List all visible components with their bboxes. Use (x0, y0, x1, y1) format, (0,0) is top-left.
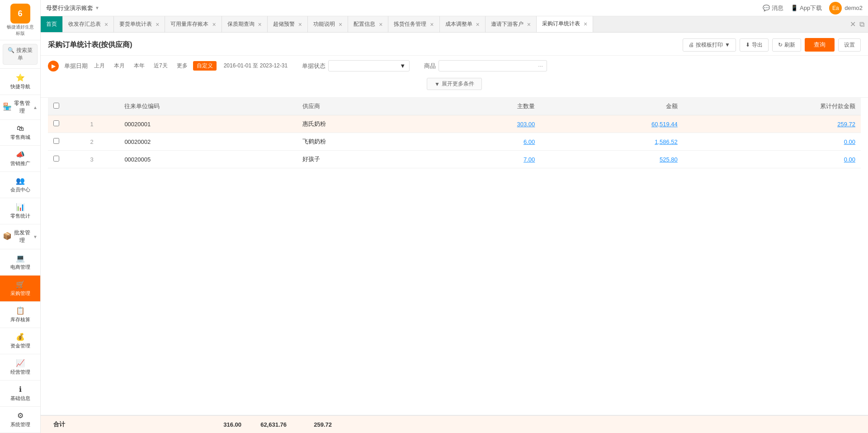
expand-more-label: 展开更多条件 (442, 80, 474, 88)
tab-invite-downstream[interactable]: 邀请下游客户 × (486, 16, 537, 33)
date-shortcut-last-month[interactable]: 上月 (90, 61, 108, 71)
goods-select[interactable]: ··· (439, 60, 547, 71)
col-header-supplier-name[interactable]: 供应商 (297, 98, 429, 115)
sidebar-item-retail-manage[interactable]: 🏪 零售管理 ▲ (0, 95, 40, 120)
sidebar-item-basic-info[interactable]: ℹ 基础信息 (0, 381, 40, 407)
date-shortcut-this-month[interactable]: 本月 (110, 61, 128, 71)
tab-cost-adjust[interactable]: 成本调整单 × (440, 16, 486, 33)
row-supplier-code: 00020005 (119, 151, 297, 168)
row-checkbox[interactable] (53, 156, 59, 162)
sidebar-item-system[interactable]: ⚙ 系统管理 (0, 407, 40, 433)
system-label: 系统管理 (10, 421, 30, 428)
wholesale-icon: 📦 (3, 232, 12, 240)
sidebar-item-purchase[interactable]: 🛒 采购管理 (0, 276, 40, 302)
user-profile[interactable]: Ea demo2 (829, 2, 863, 14)
tab-pick-task[interactable]: 拣货任务管理 × (388, 16, 439, 33)
col-header-amount[interactable]: 金额 (540, 98, 683, 115)
row-checkbox[interactable] (53, 120, 59, 126)
footer-cells: 合计 316.00 62,631.76 259.72 (48, 420, 861, 428)
tab-pick-task-close[interactable]: × (430, 21, 434, 28)
tab-overstock-warning[interactable]: 超储预警 × (268, 16, 308, 33)
export-button[interactable]: ⬇ 导出 (740, 38, 769, 52)
col-header-main-qty[interactable]: 主数量 (429, 98, 541, 115)
sidebar-item-marketing[interactable]: 📣 营销推广 (0, 146, 40, 172)
sidebar-item-ecommerce[interactable]: 💻 电商管理 (0, 249, 40, 276)
sidebar-item-retail-mall[interactable]: 🛍 零售商城 (0, 120, 40, 146)
window-restore-btn[interactable]: ⧉ (859, 20, 864, 29)
search-menu-btn[interactable]: 🔍 搜索菜单 (3, 44, 38, 65)
col-header-checkbox[interactable] (48, 98, 65, 115)
print-button[interactable]: 🖨 按模板打印 ▼ (683, 38, 736, 52)
row-checkbox-cell[interactable] (48, 115, 65, 133)
row-checkbox[interactable] (53, 138, 59, 144)
window-close-btn[interactable]: ✕ (850, 20, 856, 29)
tab-invite-downstream-close[interactable]: × (527, 21, 531, 28)
date-shortcut-more[interactable]: 更多 (173, 61, 191, 71)
date-range-display: 2016-01-01 至 2023-12-31 (224, 62, 288, 70)
row-checkbox-cell[interactable] (48, 133, 65, 151)
refresh-button[interactable]: ↻ 刷新 (772, 38, 801, 52)
tab-receive-send[interactable]: 收发存汇总表 × (63, 16, 114, 33)
tab-function-desc[interactable]: 功能说明 × (308, 16, 348, 33)
tab-order-summary-close[interactable]: × (156, 21, 159, 28)
workspace-selector[interactable]: 母婴行业演示账套 ▼ (46, 4, 99, 12)
marketing-icon: 📣 (16, 150, 25, 159)
sidebar-item-finance[interactable]: 💰 资金管理 (0, 328, 40, 354)
date-custom-btn[interactable]: 自定义 (193, 61, 217, 71)
col-header-supplier-code[interactable]: 往来单位编码 (119, 98, 297, 115)
sidebar-search-area[interactable]: 🔍 搜索菜单 (0, 40, 40, 69)
settings-button[interactable]: 设置 (838, 38, 861, 52)
tab-function-desc-close[interactable]: × (339, 21, 342, 28)
member-label: 会员中心 (10, 186, 30, 193)
row-checkbox-cell[interactable] (48, 151, 65, 168)
sidebar-item-operation[interactable]: 📈 经营管理 (0, 354, 40, 381)
query-button[interactable]: 查询 (805, 38, 835, 52)
expand-more-btn[interactable]: ▼ 展开更多条件 (427, 78, 482, 90)
select-all-checkbox[interactable] (53, 103, 59, 109)
sidebar-item-member[interactable]: 👥 会员中心 (0, 172, 40, 198)
retail-manage-arrow: ▲ (33, 105, 38, 110)
tab-receive-send-close[interactable]: × (104, 21, 108, 28)
tab-home[interactable]: 首页 (41, 16, 63, 33)
tab-config-info-close[interactable]: × (379, 21, 382, 28)
retail-stats-label: 零售统计 (10, 213, 30, 219)
sidebar-item-stock[interactable]: 📋 库存核算 (0, 302, 40, 328)
tab-expiry-query-close[interactable]: × (258, 21, 262, 28)
tab-expiry-query[interactable]: 保质期查询 × (222, 16, 268, 33)
row-amount[interactable]: 1,586.52 (540, 133, 683, 151)
tab-purchase-summary-close[interactable]: × (584, 20, 587, 28)
row-amount[interactable]: 60,519.44 (540, 115, 683, 133)
tab-home-label: 首页 (46, 20, 57, 28)
row-main-qty[interactable]: 303.00 (429, 115, 541, 133)
col-header-paid-amount[interactable]: 累计付款金额 (683, 98, 861, 115)
tab-overstock-warning-close[interactable]: × (298, 21, 302, 28)
date-shortcut-7days[interactable]: 近7天 (150, 61, 171, 71)
filter-status-item: 单据状态 ▼ (302, 60, 410, 71)
tab-available-stock[interactable]: 可用量库存账本 × (165, 16, 222, 33)
user-avatar: Ea (829, 2, 842, 14)
row-main-qty[interactable]: 6.00 (429, 133, 541, 151)
tab-config-info-label: 配置信息 (354, 20, 375, 28)
tab-purchase-summary[interactable]: 采购订单统计表 × (537, 16, 593, 33)
app-logo[interactable]: 6 畅捷通好生意 标版 (0, 0, 40, 40)
tab-purchase-summary-label: 采购订单统计表 (542, 20, 580, 28)
basic-info-icon: ℹ (19, 385, 22, 394)
sidebar-item-retail-stats[interactable]: 📊 零售统计 (0, 198, 40, 224)
tab-available-stock-close[interactable]: × (212, 21, 216, 28)
tab-cost-adjust-close[interactable]: × (476, 21, 480, 28)
filter-toggle-btn[interactable]: ▶ (48, 61, 59, 71)
sidebar-item-quick-nav[interactable]: ⭐ 快捷导航 (0, 69, 40, 95)
row-main-qty[interactable]: 7.00 (429, 151, 541, 168)
app-download-action[interactable]: 📱 App下载 (791, 4, 822, 12)
row-paid-amount[interactable]: 259.72 (683, 115, 861, 133)
sidebar-item-wholesale[interactable]: 📦 批发管理 ▼ (0, 224, 40, 249)
tab-order-summary[interactable]: 要货单统计表 × (114, 16, 165, 33)
row-paid-amount[interactable]: 0.00 (683, 133, 861, 151)
message-action[interactable]: 💬 消息 (763, 4, 783, 12)
app-download-label: App下载 (800, 4, 822, 12)
row-amount[interactable]: 525.80 (540, 151, 683, 168)
status-select[interactable]: ▼ (328, 60, 410, 71)
tab-config-info[interactable]: 配置信息 × (348, 16, 388, 33)
row-paid-amount[interactable]: 0.00 (683, 151, 861, 168)
date-shortcut-this-year[interactable]: 本年 (130, 61, 148, 71)
